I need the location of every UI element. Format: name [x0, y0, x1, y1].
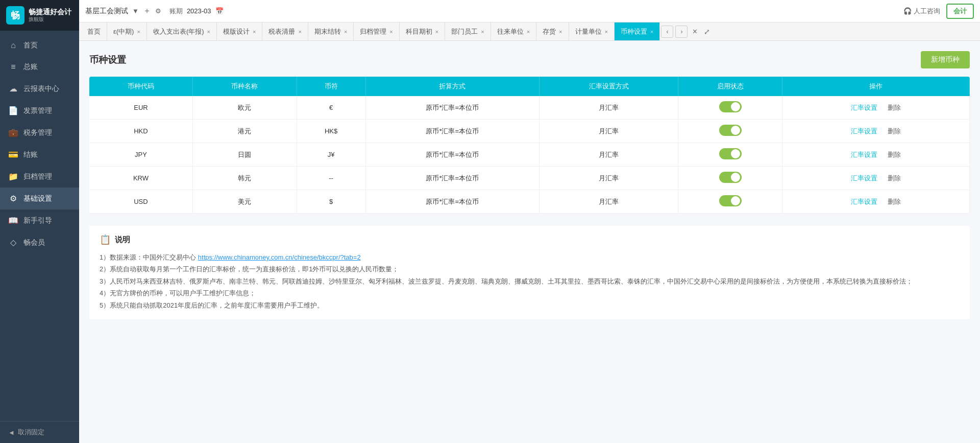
tab-unit[interactable]: 计量单位 × — [569, 22, 615, 40]
tab-currency[interactable]: 币种设置 × — [615, 22, 660, 40]
tax-icon: 💼 — [8, 128, 18, 137]
sidebar: 畅 畅捷通好会计 旗舰版 ⌂ 首页 ≡ 总账 ☁ 云报表中心 📄 发票管理 💼 … — [0, 0, 79, 443]
account-button[interactable]: 会计 — [946, 4, 974, 19]
tab-balance-close[interactable]: × — [137, 29, 140, 35]
note-2: 2）系统自动获取每月第一个工作日的汇率标价，统一为直接标价法，即1外币可以兑换的… — [100, 263, 960, 275]
home-icon: ⌂ — [8, 41, 18, 50]
new-currency-button[interactable]: 新增币种 — [921, 51, 970, 68]
period-label: 账期 — [169, 7, 183, 16]
tab-nav-prev[interactable]: ‹ — [661, 26, 673, 38]
cell-rate-1: 月汇率 — [539, 120, 678, 143]
cell-action-0: 汇率设置 删除 — [782, 96, 970, 120]
tab-income[interactable]: 收入支出表(年报) × — [147, 22, 217, 40]
tab-period-end[interactable]: 期末结转 × — [308, 22, 354, 40]
rate-setting-link-1[interactable]: 汇率设置 — [851, 127, 877, 135]
sidebar-item-settlement-label: 结账 — [23, 150, 38, 159]
tab-customer-close[interactable]: × — [527, 29, 530, 35]
cell-symbol-0: € — [297, 96, 365, 120]
toggle-3[interactable] — [719, 172, 742, 183]
toggle-track-0 — [719, 101, 742, 112]
cell-toggle-2[interactable] — [678, 143, 782, 167]
cell-name-2: 日圆 — [192, 143, 297, 167]
delete-link-4[interactable]: 删除 — [888, 198, 901, 205]
rate-setting-link-4[interactable]: 汇率设置 — [851, 198, 877, 205]
toggle-4[interactable] — [719, 195, 742, 206]
tab-customer[interactable]: 往来单位 × — [491, 22, 536, 40]
tab-stock[interactable]: 存货 × — [536, 22, 569, 40]
cell-name-1: 港元 — [192, 120, 297, 143]
toggle-track-3 — [719, 172, 742, 183]
tab-nav-next[interactable]: › — [675, 26, 688, 38]
tab-period-end-close[interactable]: × — [344, 29, 347, 35]
tab-home[interactable]: 首页 — [81, 22, 107, 40]
toggle-2[interactable] — [719, 148, 742, 159]
sidebar-pin-toggle[interactable]: ◄ 取消固定 — [0, 421, 79, 443]
tab-tax-close[interactable]: × — [298, 29, 301, 35]
tab-close-all[interactable]: × — [689, 26, 701, 38]
delete-link-1[interactable]: 删除 — [888, 127, 901, 135]
tab-stock-close[interactable]: × — [559, 29, 562, 35]
rate-setting-link-2[interactable]: 汇率设置 — [851, 151, 877, 158]
toggle-1[interactable] — [719, 125, 742, 136]
tab-balance[interactable]: ε(中期) × — [107, 22, 147, 40]
tab-template[interactable]: 模版设计 × — [217, 22, 262, 40]
tab-currency-close[interactable]: × — [650, 29, 653, 35]
sidebar-item-member[interactable]: ◇ 畅会员 — [0, 231, 79, 253]
tab-subject-close[interactable]: × — [435, 29, 438, 35]
add-company-icon[interactable]: ＋ — [143, 6, 151, 16]
tab-tax[interactable]: 税表清册 × — [262, 22, 308, 40]
cell-toggle-0[interactable] — [678, 96, 782, 120]
settlement-icon: 💳 — [8, 150, 18, 159]
tab-unit-close[interactable]: × — [605, 29, 608, 35]
cell-name-3: 韩元 — [192, 167, 297, 190]
tab-dept[interactable]: 部门员工 × — [445, 22, 491, 40]
cell-action-3: 汇率设置 删除 — [782, 167, 970, 190]
company-dropdown-icon[interactable]: ▼ — [132, 7, 139, 15]
sidebar-item-settlement[interactable]: 💳 结账 — [0, 144, 79, 166]
sidebar-item-guide[interactable]: 📖 新手引导 — [0, 209, 79, 231]
tab-income-close[interactable]: × — [207, 29, 210, 35]
col-status: 启用状态 — [678, 77, 782, 96]
toggle-track-4 — [719, 195, 742, 206]
main-area: 基层工会测试 ▼ ＋ ⚙ 账期 2023-03 📅 🎧 人工咨询 会计 首页 ε… — [79, 0, 980, 443]
sidebar-item-invoice[interactable]: 📄 发票管理 — [0, 100, 79, 122]
delete-link-3[interactable]: 删除 — [888, 174, 901, 182]
tab-archive[interactable]: 归档管理 × — [354, 22, 399, 40]
page-header: 币种设置 新增币种 — [89, 51, 970, 68]
calendar-icon[interactable]: 📅 — [215, 7, 224, 15]
tab-archive-close[interactable]: × — [389, 29, 393, 35]
sidebar-item-basic[interactable]: ⚙ 基础设置 — [0, 188, 79, 209]
sidebar-item-ledger[interactable]: ≡ 总账 — [0, 56, 79, 78]
sidebar-item-member-label: 畅会员 — [23, 238, 45, 247]
sidebar-item-archive[interactable]: 📁 归档管理 — [0, 166, 79, 188]
tab-expand[interactable]: ⤢ — [701, 26, 713, 38]
delete-link-0[interactable]: 删除 — [888, 104, 901, 111]
table-row: JPY 日圆 J¥ 原币*汇率=本位币 月汇率 汇率设置 删除 — [89, 143, 970, 167]
tab-template-close[interactable]: × — [253, 29, 256, 35]
tab-subject[interactable]: 科目期初 × — [400, 22, 445, 40]
tab-archive-label: 归档管理 — [360, 27, 386, 36]
cell-code-1: HKD — [89, 120, 192, 143]
settings-icon[interactable]: ⚙ — [155, 7, 161, 15]
cell-toggle-3[interactable] — [678, 167, 782, 190]
topbar: 基层工会测试 ▼ ＋ ⚙ 账期 2023-03 📅 🎧 人工咨询 会计 — [79, 0, 980, 22]
sidebar-item-reports[interactable]: ☁ 云报表中心 — [0, 78, 79, 100]
customer-service-btn[interactable]: 🎧 人工咨询 — [903, 7, 940, 16]
rate-setting-link-0[interactable]: 汇率设置 — [851, 104, 877, 111]
sidebar-item-home[interactable]: ⌂ 首页 — [0, 35, 79, 56]
china-money-link[interactable]: https://www.chinamoney.com.cn/chinese/bk… — [198, 253, 361, 261]
cell-calc-3: 原币*汇率=本位币 — [365, 167, 539, 190]
rate-setting-link-3[interactable]: 汇率设置 — [851, 174, 877, 182]
toggle-thumb-2 — [731, 149, 740, 158]
cell-name-4: 美元 — [192, 190, 297, 214]
toggle-0[interactable] — [719, 101, 742, 112]
cell-toggle-1[interactable] — [678, 120, 782, 143]
sidebar-item-reports-label: 云报表中心 — [23, 84, 59, 94]
col-rate-type: 汇率设置方式 — [539, 77, 678, 96]
sidebar-item-tax[interactable]: 💼 税务管理 — [0, 122, 79, 144]
table-row: EUR 欧元 € 原币*汇率=本位币 月汇率 汇率设置 删除 — [89, 96, 970, 120]
delete-link-2[interactable]: 删除 — [888, 151, 901, 158]
tab-dept-close[interactable]: × — [481, 29, 484, 35]
cell-toggle-4[interactable] — [678, 190, 782, 214]
cell-code-3: KRW — [89, 167, 192, 190]
